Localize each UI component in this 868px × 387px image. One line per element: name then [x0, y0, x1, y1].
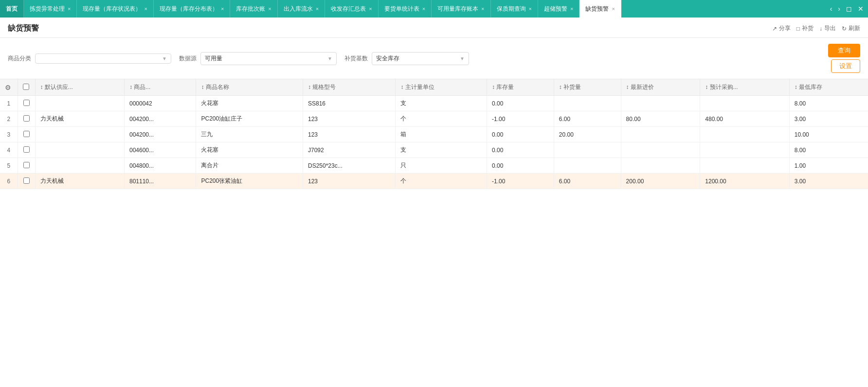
tab-4-label: 库存批次账 — [236, 5, 265, 13]
replenish-button[interactable]: □ 补货 — [796, 24, 814, 33]
row-select-checkbox-1[interactable] — [23, 100, 30, 106]
row-unit-5: 只 — [396, 158, 487, 174]
tab-2[interactable]: 现存量（库存状况表） × — [77, 0, 153, 18]
tab-restore-button[interactable]: ◻ — [844, 4, 854, 14]
export-button[interactable]: ↓ 导出 — [819, 24, 836, 33]
row-checkbox-1[interactable] — [18, 96, 35, 111]
tab-9-label: 保质期查询 — [497, 5, 526, 13]
col-latest-price[interactable]: ↕ 最新进价 — [621, 79, 700, 96]
tab-home[interactable]: 首页 — [0, 0, 24, 18]
tab-11-close[interactable]: × — [612, 6, 615, 12]
tab-close-all-button[interactable]: ✕ — [855, 4, 866, 14]
row-checkbox-3[interactable] — [18, 127, 35, 142]
datasource-dropdown-icon: ▼ — [327, 56, 332, 61]
col-min-stock[interactable]: ↕ 最低库存 — [789, 79, 868, 96]
gear-icon[interactable]: ⚙ — [5, 84, 11, 91]
tab-5-close[interactable]: × — [316, 6, 319, 12]
datasource-filter-group: 数据源 可用量 ▼ — [179, 52, 337, 65]
row-min-stock-6: 3.00 — [789, 174, 868, 189]
row-est-purchase-6: 1200.00 — [700, 174, 789, 189]
table-row: 6 力天机械 801110... PC200张紧油缸 123 个 -1.00 6… — [0, 174, 868, 189]
row-spec-5: DS250*23c... — [303, 158, 396, 174]
row-code-3: 004200... — [124, 127, 196, 142]
replenish-dropdown-icon: ▼ — [460, 56, 465, 61]
refresh-button[interactable]: ↻ 刷新 — [842, 24, 860, 33]
share-icon: ↗ — [772, 25, 777, 32]
query-button[interactable]: 查询 — [828, 44, 860, 57]
refresh-icon: ↻ — [842, 25, 847, 32]
col-spec[interactable]: ↕ 规格型号 — [303, 79, 396, 96]
col-unit-label: ↕ 主计量单位 — [400, 84, 434, 90]
row-num-5: 5 — [0, 158, 18, 174]
row-select-checkbox-6[interactable] — [23, 177, 30, 184]
share-button[interactable]: ↗ 分享 — [772, 24, 791, 33]
tab-9[interactable]: 保质期查询 × — [491, 0, 538, 18]
tab-5[interactable]: 出入库流水 × — [278, 0, 325, 18]
row-spec-2: 123 — [303, 111, 396, 127]
tab-7[interactable]: 要货单统计表 × — [379, 0, 432, 18]
col-name[interactable]: ↕ 商品名称 — [196, 79, 303, 96]
row-supplier-3 — [35, 127, 124, 142]
tab-5-label: 出入库流水 — [284, 5, 313, 13]
tab-1-close[interactable]: × — [68, 6, 71, 12]
row-code-6: 801110... — [124, 174, 196, 189]
tab-7-close[interactable]: × — [422, 6, 425, 12]
row-checkbox-2[interactable] — [18, 111, 35, 127]
col-stock[interactable]: ↕ 库存量 — [487, 79, 554, 96]
row-replenish-1 — [554, 96, 621, 111]
tab-1[interactable]: 拣货异常处理 × — [24, 0, 77, 18]
tab-6-label: 收发存汇总表 — [331, 5, 366, 13]
row-name-4: 火花塞 — [196, 142, 303, 158]
row-supplier-2: 力天机械 — [35, 111, 124, 127]
col-unit[interactable]: ↕ 主计量单位 — [396, 79, 487, 96]
row-replenish-6: 6.00 — [554, 174, 621, 189]
datasource-select[interactable]: 可用量 ▼ — [200, 52, 337, 65]
row-checkbox-6[interactable] — [18, 174, 35, 189]
tab-8-close[interactable]: × — [481, 6, 484, 12]
row-select-checkbox-4[interactable] — [23, 146, 30, 153]
export-label: 导出 — [824, 24, 836, 33]
col-supplier[interactable]: ↕ 默认供应... — [35, 79, 124, 96]
row-checkbox-5[interactable] — [18, 158, 35, 174]
tab-6[interactable]: 收发存汇总表 × — [325, 0, 378, 18]
row-stock-1: 0.00 — [487, 96, 554, 111]
col-code[interactable]: ↕ 商品... — [124, 79, 196, 96]
category-select[interactable]: ▼ — [35, 53, 171, 64]
replenish-icon: □ — [796, 25, 800, 32]
tab-10[interactable]: 超储预警 × — [538, 0, 579, 18]
tab-3[interactable]: 现存量（库存分布表） × — [154, 0, 230, 18]
tab-next-button[interactable]: › — [835, 4, 843, 14]
tab-8[interactable]: 可用量库存账本 × — [432, 0, 490, 18]
row-select-checkbox-3[interactable] — [23, 131, 30, 137]
row-spec-3: 123 — [303, 127, 396, 142]
tab-4-close[interactable]: × — [268, 6, 271, 12]
col-replenish[interactable]: ↕ 补货量 — [554, 79, 621, 96]
row-name-5: 离合片 — [196, 158, 303, 174]
row-stock-2: -1.00 — [487, 111, 554, 127]
row-select-checkbox-5[interactable] — [23, 162, 30, 168]
row-supplier-1 — [35, 96, 124, 111]
tab-2-close[interactable]: × — [144, 6, 147, 12]
tab-3-close[interactable]: × — [221, 6, 224, 12]
tab-10-close[interactable]: × — [570, 6, 573, 12]
col-est-purchase[interactable]: ↕ 预计采购... — [700, 79, 789, 96]
tab-3-label: 现存量（库存分布表） — [160, 5, 218, 13]
settings-button[interactable]: 设置 — [831, 59, 860, 73]
row-name-1: 火花塞 — [196, 96, 303, 111]
category-filter-group: 商品分类 ▼ — [8, 53, 171, 64]
row-code-1: 0000042 — [124, 96, 196, 111]
select-all-checkbox[interactable] — [23, 84, 29, 90]
tab-prev-button[interactable]: ‹ — [828, 4, 835, 14]
row-select-checkbox-2[interactable] — [23, 115, 30, 122]
tab-11-label: 缺货预警 — [585, 5, 609, 13]
tab-11[interactable]: 缺货预警 × — [579, 0, 621, 18]
replenish-select[interactable]: 安全库存 ▼ — [372, 52, 469, 65]
row-checkbox-4[interactable] — [18, 142, 35, 158]
row-num-4: 4 — [0, 142, 18, 158]
tab-4[interactable]: 库存批次账 × — [230, 0, 277, 18]
row-min-stock-3: 10.00 — [789, 127, 868, 142]
tab-9-close[interactable]: × — [529, 6, 532, 12]
row-supplier-5 — [35, 158, 124, 174]
tab-6-close[interactable]: × — [369, 6, 372, 12]
row-latest-price-2: 80.00 — [621, 111, 700, 127]
